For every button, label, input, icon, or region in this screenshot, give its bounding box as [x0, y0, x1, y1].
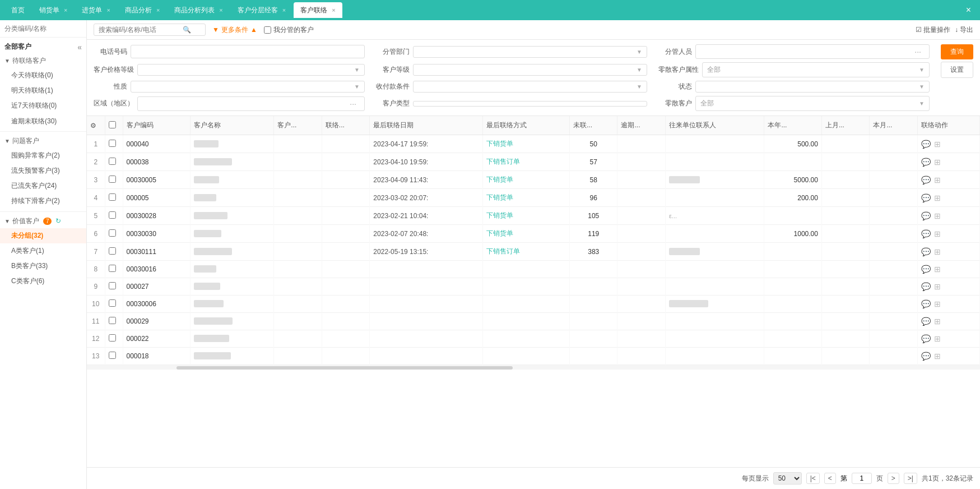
method-link[interactable]: 下销货单	[486, 211, 513, 219]
search-input[interactable]	[99, 26, 183, 34]
sidebar-item-class-a[interactable]: A类客户(1)	[0, 243, 86, 259]
td-checkbox[interactable]	[105, 225, 123, 243]
row-checkbox[interactable]	[109, 211, 116, 219]
sidebar-item-class-c[interactable]: C类客户(6)	[0, 274, 86, 289]
method-link[interactable]: 下销售订单	[486, 247, 520, 255]
message-icon[interactable]: 💬	[921, 299, 931, 308]
td-checkbox[interactable]	[105, 207, 123, 225]
message-icon[interactable]: 💬	[921, 211, 931, 220]
customer-type-select[interactable]	[413, 101, 647, 107]
row-checkbox[interactable]	[109, 299, 116, 307]
sidebar-item-churn-warning[interactable]: 流失预警客户(3)	[0, 163, 86, 178]
price-level-select[interactable]: ▼	[137, 64, 365, 76]
td-checkbox[interactable]	[105, 189, 123, 207]
sidebar-item-tomorrow[interactable]: 明天待联络(1)	[0, 83, 86, 98]
th-gear[interactable]: ⚙	[87, 116, 105, 135]
tab-goods-analysis[interactable]: 商品分析 ×	[118, 2, 166, 18]
sidebar-item-overdue[interactable]: 逾期未联络(30)	[0, 114, 86, 129]
td-checkbox[interactable]	[105, 296, 123, 313]
method-link[interactable]: 下销货单	[486, 140, 513, 147]
tab-customer-segment[interactable]: 客户分层经客 ×	[231, 2, 292, 18]
row-checkbox[interactable]	[109, 352, 116, 359]
td-checkbox[interactable]	[105, 330, 123, 348]
row-checkbox[interactable]	[109, 334, 116, 342]
message-icon[interactable]: 💬	[921, 176, 931, 184]
search-icon[interactable]: 🔍	[183, 26, 191, 34]
td-checkbox[interactable]	[105, 313, 123, 330]
row-checkbox[interactable]	[109, 247, 116, 255]
row-checkbox[interactable]	[109, 176, 116, 183]
zero-customer-select[interactable]: 全部 ▼	[695, 96, 930, 111]
prev-page-btn[interactable]: <	[824, 473, 836, 484]
tab-customer-segment-close[interactable]: ×	[282, 7, 286, 13]
tab-customer-contact-close[interactable]: ×	[332, 7, 335, 13]
grid-icon[interactable]: ⊞	[934, 317, 941, 326]
more-conditions-btn[interactable]: ▼ 更多条件 ▲	[212, 25, 257, 35]
grid-icon[interactable]: ⊞	[934, 334, 941, 343]
message-icon[interactable]: 💬	[921, 352, 931, 361]
sidebar-search-input[interactable]	[4, 25, 87, 33]
reset-button[interactable]: 设置	[941, 62, 973, 78]
batch-ops-btn[interactable]: ☑ 批量操作	[916, 25, 950, 35]
customer-level-select[interactable]: ▼	[413, 64, 647, 76]
row-checkbox[interactable]	[109, 140, 116, 147]
dept-select[interactable]: ▼	[413, 46, 647, 58]
sidebar-item-class-b[interactable]: B类客户(33)	[0, 259, 86, 274]
region-more[interactable]: ···	[346, 99, 360, 108]
page-size-select[interactable]: 50 100	[773, 472, 802, 485]
sidebar-item-today[interactable]: 今天待联络(0)	[0, 68, 86, 83]
message-icon[interactable]: 💬	[921, 265, 931, 274]
zero-attr-select[interactable]: 全部 ▼	[702, 62, 930, 77]
grid-icon[interactable]: ⊞	[934, 282, 941, 291]
grid-icon[interactable]: ⊞	[934, 265, 941, 274]
page-input[interactable]	[852, 473, 872, 484]
tab-sales-close[interactable]: ×	[64, 7, 67, 13]
group-pending-contact[interactable]: ▼ 待联络客户	[0, 54, 86, 68]
message-icon[interactable]: 💬	[921, 282, 931, 291]
nature-select[interactable]: ▼	[131, 81, 365, 93]
td-checkbox[interactable]	[105, 261, 123, 278]
all-customers-section[interactable]: 全部客户 «	[0, 38, 86, 54]
tab-goods-analysis-close[interactable]: ×	[156, 7, 160, 13]
grid-icon[interactable]: ⊞	[934, 158, 941, 167]
grid-icon[interactable]: ⊞	[934, 140, 941, 149]
query-button[interactable]: 查询	[941, 44, 973, 59]
window-close[interactable]: ×	[962, 5, 976, 15]
grid-icon[interactable]: ⊞	[934, 193, 941, 202]
group-problem-customers[interactable]: ▼ 问题客户	[0, 134, 86, 148]
tab-purchase[interactable]: 进货单 ×	[75, 2, 117, 18]
row-checkbox[interactable]	[109, 317, 116, 324]
sidebar-item-churned[interactable]: 已流失客户(24)	[0, 178, 86, 193]
tab-home[interactable]: 首页	[4, 2, 31, 18]
manager-select[interactable]: ···	[695, 44, 930, 59]
message-icon[interactable]: 💬	[921, 247, 931, 256]
region-select[interactable]: ···	[137, 96, 365, 111]
sidebar-item-ungrouped[interactable]: 未分组(32)	[0, 228, 86, 243]
my-customers-checkbox-wrap[interactable]: 我分管的客户	[264, 25, 314, 35]
message-icon[interactable]: 💬	[921, 140, 931, 149]
grid-icon[interactable]: ⊞	[934, 352, 941, 361]
method-link[interactable]: 下销货单	[486, 176, 513, 183]
grid-icon[interactable]: ⊞	[934, 211, 941, 220]
row-checkbox[interactable]	[109, 265, 116, 272]
phone-input[interactable]	[131, 45, 365, 58]
status-select[interactable]: ▼	[695, 81, 930, 93]
collapse-icon[interactable]: «	[77, 43, 82, 52]
gear-icon[interactable]: ⚙	[90, 122, 96, 130]
my-customers-checkbox[interactable]	[264, 26, 271, 34]
next-page-btn[interactable]: >	[888, 473, 899, 484]
tab-customer-contact[interactable]: 客户联络 ×	[294, 2, 342, 18]
message-icon[interactable]: 💬	[921, 158, 931, 167]
method-link[interactable]: 下销售订单	[486, 158, 520, 165]
message-icon[interactable]: 💬	[921, 229, 931, 238]
payment-select[interactable]: ▼	[413, 81, 647, 93]
td-checkbox[interactable]	[105, 153, 123, 171]
method-link[interactable]: 下销货单	[486, 193, 513, 201]
message-icon[interactable]: 💬	[921, 317, 931, 326]
grid-icon[interactable]: ⊞	[934, 247, 941, 256]
select-all-checkbox[interactable]	[109, 121, 116, 128]
sidebar-item-declining[interactable]: 持续下滑客户(2)	[0, 193, 86, 209]
td-checkbox[interactable]	[105, 171, 123, 189]
td-checkbox[interactable]	[105, 135, 123, 153]
td-checkbox[interactable]	[105, 243, 123, 261]
